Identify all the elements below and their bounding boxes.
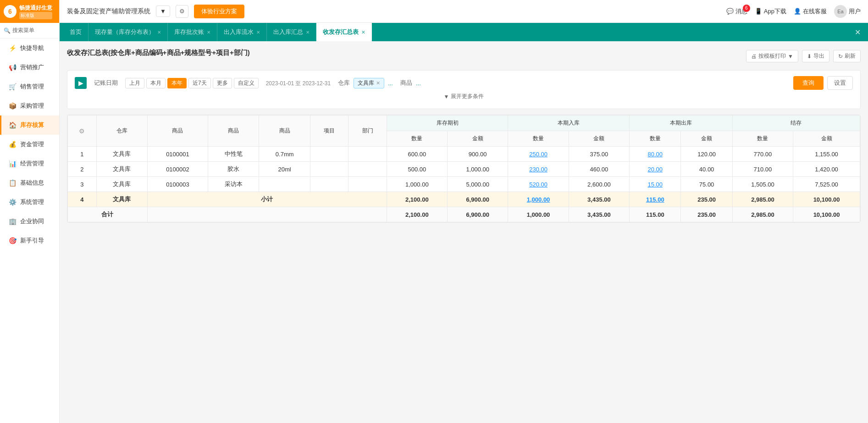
row-in-qty[interactable]: 520.00 <box>508 177 569 192</box>
th-closing: 结存 <box>732 115 860 131</box>
tab-batch[interactable]: 库存批次账 ✕ <box>168 23 217 41</box>
row-goods-spec: 0.7mm <box>259 147 310 162</box>
sidebar-item-corp[interactable]: 🏢 企业协同 <box>0 212 59 231</box>
row-dept <box>348 147 387 162</box>
warehouse-more-btn[interactable]: ... <box>388 80 393 87</box>
sidebar-item-label: 库存核算 <box>20 121 44 129</box>
in-qty-link[interactable]: 520.00 <box>529 181 547 188</box>
date-btn-last-month[interactable]: 上月 <box>125 78 144 88</box>
tab-stock-dist-close[interactable]: ✕ <box>157 30 161 35</box>
row-closing-qty: 710.00 <box>732 162 793 177</box>
date-btn-this-year[interactable]: 本年 <box>167 78 187 88</box>
th-warehouse: 仓库 <box>96 115 147 147</box>
user-menu[interactable]: Ea 用户 <box>834 5 861 18</box>
export-btn[interactable]: ⬇ 导出 <box>802 50 829 62</box>
sidebar-item-sales[interactable]: 🛒 销售管理 <box>0 77 59 96</box>
app-download-btn[interactable]: 📱 App下载 <box>755 7 786 16</box>
header-actions: 🖨 按模板打印 ▼ ⬇ 导出 ↻ 刷新 <box>746 50 861 62</box>
warehouse-tag-remove[interactable]: ✕ <box>376 80 380 86</box>
messages-btn[interactable]: 💬 消息 6 <box>726 7 747 16</box>
purchase-icon: 📦 <box>8 102 17 110</box>
subtotal-closing-qty: 2,985.00 <box>732 192 793 207</box>
row-goods-code: 0100003 <box>147 177 208 192</box>
sidebar-item-finance[interactable]: 💰 资金管理 <box>0 135 59 154</box>
trial-btn[interactable]: 体验行业方案 <box>194 5 244 18</box>
date-btn-this-month[interactable]: 本月 <box>146 78 166 88</box>
sidebar-item-inventory[interactable]: 🏠 库存核算 <box>0 115 59 135</box>
dropdown-icon: ▼ <box>160 8 166 15</box>
tab-recv-send-close[interactable]: ✕ <box>361 30 365 35</box>
row-in-qty[interactable]: 230.00 <box>508 162 569 177</box>
row-out-amt: 75.00 <box>681 177 732 192</box>
export-icon: ⬇ <box>807 53 812 60</box>
th-closing-qty: 数量 <box>732 131 793 147</box>
tab-inout-summary-label: 出入库汇总 <box>273 28 303 36</box>
row-opening-amt: 5,000.00 <box>448 177 508 192</box>
sidebar-item-basic[interactable]: 📋 基础信息 <box>0 173 59 192</box>
tab-inout-summary[interactable]: 出入库汇总 ✕ <box>267 23 316 41</box>
tab-inout-flow-close[interactable]: ✕ <box>256 30 260 35</box>
expand-more-btn[interactable]: ▼ 展开更多条件 <box>444 93 484 100</box>
col-settings-icon[interactable]: ⚙ <box>79 127 85 135</box>
subtotal-out-qty[interactable]: 115.00 <box>630 192 681 207</box>
sidebar-item-label: 资金管理 <box>20 140 44 148</box>
filter-row: ▶ 记账日期 上月 本月 本年 近7天 更多 自定义 2023-01-01 至 … <box>75 76 853 90</box>
row-warehouse: 文具库 <box>96 177 147 192</box>
subtotal-in-qty[interactable]: 1,000.00 <box>508 192 569 207</box>
th-goods-spec: 商品 <box>259 115 310 147</box>
refresh-btn[interactable]: ↻ 刷新 <box>833 50 861 62</box>
search-menu-item[interactable]: 🔍 搜索菜单 <box>0 23 59 38</box>
sidebar-item-system[interactable]: ⚙️ 系统管理 <box>0 192 59 212</box>
row-out-qty[interactable]: 15.00 <box>630 177 681 192</box>
logo-text: 畅捷通好生意 标准版 <box>19 4 52 19</box>
subtotal-opening-qty: 2,100.00 <box>387 192 447 207</box>
date-btn-custom[interactable]: 自定义 <box>234 78 259 88</box>
row-in-qty[interactable]: 250.00 <box>508 147 569 162</box>
tab-batch-label: 库存批次账 <box>174 28 204 36</box>
tab-inout-flow[interactable]: 出入库流水 ✕ <box>217 23 267 41</box>
sidebar-item-label: 企业协同 <box>20 217 44 225</box>
query-btn[interactable]: 查询 <box>793 76 824 90</box>
subtotal-closing-amt: 10,100.00 <box>793 192 860 207</box>
tabbar-close-all[interactable]: ✕ <box>851 28 864 37</box>
print-btn[interactable]: 🖨 按模板打印 ▼ <box>746 50 798 62</box>
sidebar-item-marketing[interactable]: 📢 营销推广 <box>0 58 59 77</box>
in-qty-link[interactable]: 250.00 <box>529 151 547 158</box>
out-qty-link[interactable]: 15.00 <box>647 181 663 188</box>
goods-more-btn[interactable]: ... <box>416 80 421 87</box>
tab-inout-flow-label: 出入库流水 <box>224 28 254 36</box>
tab-batch-close[interactable]: ✕ <box>207 30 210 35</box>
corp-icon: 🏢 <box>8 217 17 225</box>
out-qty-link[interactable]: 20.00 <box>647 166 663 173</box>
sidebar-item-quick-nav[interactable]: ⚡ 快捷导航 <box>0 38 59 58</box>
subtotal-out-qty-link[interactable]: 115.00 <box>646 196 664 203</box>
user-label: 用户 <box>849 7 861 16</box>
filter-toggle-btn[interactable]: ▶ <box>75 77 87 89</box>
row-out-qty[interactable]: 80.00 <box>630 147 681 162</box>
date-btn-7days[interactable]: 近7天 <box>188 78 211 88</box>
row-out-qty[interactable]: 20.00 <box>630 162 681 177</box>
total-closing-qty: 2,985.00 <box>732 207 793 222</box>
total-label: 合计 <box>68 207 148 222</box>
filter-settings-btn[interactable]: 设置 <box>827 76 853 90</box>
date-btn-more[interactable]: 更多 <box>213 78 232 88</box>
system-dropdown[interactable]: ▼ <box>156 5 170 17</box>
tab-stock-dist[interactable]: 现存量（库存分布表） ✕ <box>88 23 168 41</box>
online-service-btn[interactable]: 👤 在线客服 <box>794 7 827 16</box>
tab-inout-summary-close[interactable]: ✕ <box>306 30 310 35</box>
subtotal-in-qty-link[interactable]: 1,000.00 <box>527 196 550 203</box>
out-qty-link[interactable]: 80.00 <box>647 151 663 158</box>
sidebar-item-purchase[interactable]: 📦 采购管理 <box>0 96 59 115</box>
in-qty-link[interactable]: 230.00 <box>529 166 547 173</box>
tab-recv-send[interactable]: 收发存汇总表 ✕ <box>316 23 372 41</box>
sidebar-item-newbie[interactable]: 🎯 新手引导 <box>0 231 59 250</box>
app-icon: 📱 <box>755 8 762 15</box>
sidebar-item-operations[interactable]: 📊 经营管理 <box>0 154 59 173</box>
th-closing-amt: 金额 <box>793 131 860 147</box>
expand-row: ▼ 展开更多条件 <box>75 90 853 103</box>
th-col-settings[interactable]: ⚙ <box>68 115 97 147</box>
topbar: 装备及固定资产辅助管理系统 ▼ ⚙ 体验行业方案 💬 消息 6 📱 App下载 … <box>60 0 868 23</box>
tab-home[interactable]: 首页 <box>63 23 88 41</box>
subtotal-out-amt: 235.00 <box>681 192 732 207</box>
settings-icon-btn[interactable]: ⚙ <box>176 5 188 18</box>
